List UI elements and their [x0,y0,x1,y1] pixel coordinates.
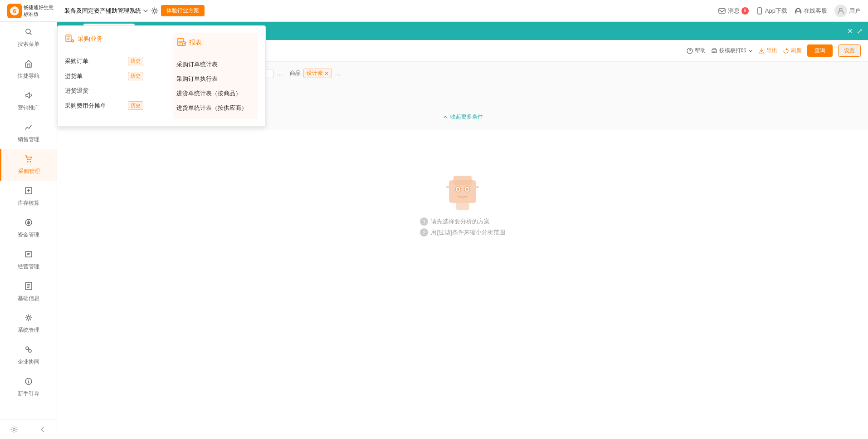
sales-icon [24,123,33,134]
online-service-button[interactable]: 在线客服 [795,7,827,15]
refresh-button[interactable]: 刷新 [783,47,802,54]
message-badge: 9 [741,7,749,15]
purchase-icon [24,154,34,166]
dropdown-purchase-title: 采购业务 [65,33,143,48]
dropdown-item-purchase-order-stats[interactable]: 采购订单统计表 [176,57,255,72]
svg-point-23 [13,429,15,431]
message-icon [718,7,726,15]
svg-rect-8 [800,11,801,13]
goods-filter: 商品 设计素 ✕ … [290,69,341,78]
system-title: 装备及固定资产辅助管理系统 [64,7,141,15]
collapse-button[interactable]: 收起更多条件 [442,113,483,121]
operations-icon [24,250,33,261]
sidebar-item-search[interactable]: 搜索菜单 [0,22,57,54]
headset-icon [795,7,802,15]
sidebar: 搜索菜单 快捷导航 营销推广 销售管理 [0,22,57,439]
dropdown-item-purchase-order[interactable]: 采购订单 历史 [65,54,143,69]
svg-point-5 [759,12,760,13]
top-bar-right: 消息 9 App下载 在线客服 [718,5,861,17]
finance-icon [24,218,33,229]
svg-point-18 [27,316,30,319]
sidebar-collapse-button[interactable] [29,420,57,439]
help-button[interactable]: 帮助 [687,47,706,54]
settings-toolbar-button[interactable]: 设置 [838,44,861,57]
svg-point-19 [26,347,29,350]
empty-illustration [435,167,490,212]
cooperation-icon [24,345,33,356]
user-avatar [834,5,847,17]
phone-icon [756,7,763,15]
svg-point-31 [457,188,459,191]
sidebar-item-purchase[interactable]: 采购管理 [0,149,57,181]
sidebar-item-operations[interactable]: 经营管理 [0,244,57,276]
dropdown-divider [158,33,158,119]
sidebar-settings-button[interactable] [0,420,29,439]
system-icon [24,313,33,325]
sidebar-item-marketing[interactable]: 营销推广 [0,85,57,117]
sidebar-item-quick-nav[interactable]: 快捷导航 [0,54,57,85]
collapse-icon [39,425,47,434]
basicinfo-icon [24,281,33,293]
tab-bar-end: ✕ ⤢ [847,27,868,35]
dropdown-report-title: 报表 [176,37,255,52]
sidebar-item-system[interactable]: 系统管理 [0,308,57,340]
help-icon [687,48,693,54]
dropdown-item-goods-in[interactable]: 进货单 历史 [65,69,143,84]
refresh-icon [783,48,789,54]
sidebar-item-inventory[interactable]: 库存核算 [0,181,57,212]
svg-point-22 [28,380,29,380]
svg-rect-3 [719,9,725,13]
print-button[interactable]: 按模板打印 [711,47,753,54]
sidebar-item-basic-info[interactable]: 基础信息 [0,276,57,308]
top-bar: 6 畅捷通好生意 标准版 装备及固定资产辅助管理系统 体验行业方案 [0,0,868,22]
empty-hint-1: 1 请先选择要分析的方案 [420,217,505,226]
tab-maximize-button[interactable]: ⤢ [857,27,863,35]
system-title-dropdown[interactable]: 装备及固定资产辅助管理系统 [64,7,148,15]
dropdown-item-goods-return[interactable]: 进货退货 [65,84,143,98]
goods-tag: 设计素 ✕ [303,69,332,78]
sidebar-item-guide[interactable]: 新手引导 [0,371,57,403]
export-button[interactable]: 导出 [758,47,777,54]
settings-bottom-icon [10,425,18,434]
svg-point-25 [689,51,690,52]
home-icon [24,59,33,70]
sidebar-bottom [0,419,57,439]
sidebar-item-sales[interactable]: 销售管理 [0,117,57,149]
gear-icon [151,7,158,15]
dropdown-col-purchase: 采购业务 采购订单 历史 进货单 历史 进货退货 采购费用分摊单 历史 [65,33,143,119]
app-download-button[interactable]: App下载 [756,7,787,15]
empty-state: 1 请先选择要分析的方案 2 用[过滤]条件来缩小分析范围 [57,130,868,273]
tab-close-all-button[interactable]: ✕ [847,27,853,35]
export-icon [758,48,765,54]
guide-icon [24,377,33,388]
settings-button[interactable] [148,5,161,17]
svg-rect-7 [795,11,796,13]
message-button[interactable]: 消息 9 [718,7,749,15]
logo-text: 畅捷通好生意 标准版 [24,4,54,17]
industry-button[interactable]: 体验行业方案 [161,5,205,16]
svg-text:6: 6 [13,8,16,15]
svg-point-20 [29,350,31,352]
user-button[interactable]: 用户 [834,5,861,17]
svg-point-2 [153,10,156,12]
sidebar-item-cooperation[interactable]: 企业协同 [0,340,57,371]
query-button[interactable]: 查询 [807,44,833,57]
dropdown-item-purchase-expense[interactable]: 采购费用分摊单 历史 [65,98,143,113]
megaphone-icon [24,91,33,102]
empty-hints: 1 请先选择要分析的方案 2 用[过滤]条件来缩小分析范围 [420,217,505,237]
voucher-more-btn[interactable]: … [277,70,283,77]
purchase-dropdown-menu: 采购业务 采购订单 历史 进货单 历史 进货退货 采购费用分摊单 历史 报表 采… [57,25,266,127]
dropdown-arrow-icon [143,8,148,14]
logo-icon: 6 [7,4,22,18]
goods-tag-remove[interactable]: ✕ [324,70,329,77]
report-title-icon [176,37,186,48]
goods-more-btn[interactable]: … [335,70,341,77]
empty-hint-2: 2 用[过滤]条件来缩小分析范围 [420,228,505,237]
svg-rect-16 [25,252,32,257]
svg-point-9 [839,8,842,11]
svg-rect-35 [456,203,469,210]
dropdown-item-purchase-order-exec[interactable]: 采购订单执行表 [176,72,255,86]
dropdown-item-goods-in-by-product[interactable]: 进货单统计表（按商品） [176,86,255,101]
dropdown-item-goods-in-by-supplier[interactable]: 进货单统计表（按供应商） [176,101,255,115]
sidebar-item-finance[interactable]: 资金管理 [0,212,57,244]
